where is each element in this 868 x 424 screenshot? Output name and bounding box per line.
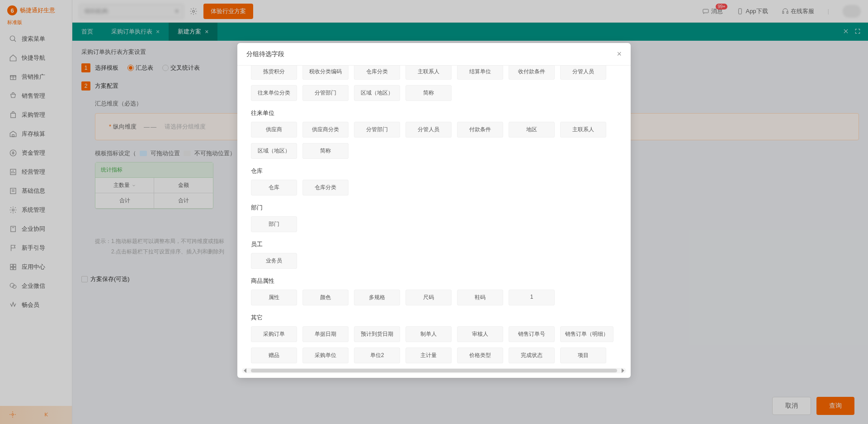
group-title: 员工 (251, 240, 617, 248)
field-chip[interactable]: 属性 (251, 290, 297, 305)
field-chip[interactable]: 地区 (509, 122, 555, 138)
field-chip[interactable]: 单位2 (354, 348, 400, 363)
field-chip[interactable]: 区域（地区） (251, 143, 297, 159)
field-chip[interactable]: 制单人 (406, 326, 452, 342)
field-chip[interactable]: 销售订单号 (509, 326, 555, 342)
field-chip[interactable]: 简称 (406, 85, 452, 101)
field-chip[interactable]: 价格类型 (457, 348, 503, 363)
group-title: 仓库 (251, 167, 617, 175)
field-chip[interactable]: 仓库分类 (354, 66, 400, 80)
field-chip[interactable]: 业务员 (251, 253, 297, 269)
field-chip[interactable]: 供应商分类 (302, 122, 349, 138)
field-chip[interactable]: 主计量 (406, 348, 452, 363)
field-group: 商品属性属性颜色多规格尺码鞋码1 (251, 277, 617, 305)
field-chip[interactable]: 预计到货日期 (354, 326, 400, 342)
field-chip[interactable]: 尺码 (406, 290, 452, 305)
field-chip[interactable]: 项目 (560, 348, 606, 363)
field-chip[interactable]: 部门 (251, 216, 297, 232)
field-chip[interactable]: 单据日期 (302, 326, 349, 342)
field-chip[interactable]: 审核人 (457, 326, 503, 342)
modal-horizontal-scrollbar[interactable] (242, 368, 626, 373)
field-chip[interactable]: 完成状态 (509, 348, 555, 363)
field-chip[interactable]: 仓库分类 (302, 180, 349, 195)
field-chip[interactable]: 付款条件 (457, 122, 503, 138)
field-group: 部门部门 (251, 204, 617, 232)
field-chip[interactable]: 供应商 (251, 122, 297, 138)
chip-row: 业务员 (251, 253, 617, 269)
field-chip[interactable]: 分管人员 (406, 122, 452, 138)
chip-row: 供应商供应商分类分管部门分管人员付款条件地区主联系人区域（地区）简称 (251, 122, 617, 159)
field-chip[interactable]: 拣货积分 (251, 66, 297, 80)
scrollbar-thumb[interactable] (251, 369, 617, 372)
field-chip[interactable]: 区域（地区） (354, 85, 400, 101)
modal-body[interactable]: 拣货积分税收分类编码仓库分类主联系人结算单位收付款条件分管人员 往来单位分类分管… (237, 66, 631, 365)
modal-title: 分组待选字段 (246, 50, 284, 58)
field-chip[interactable]: 赠品 (251, 348, 297, 363)
field-chip[interactable]: 鞋码 (457, 290, 503, 305)
field-chip[interactable]: 税收分类编码 (302, 66, 349, 80)
field-chip[interactable]: 分管部门 (354, 122, 400, 138)
field-chip[interactable]: 主联系人 (406, 66, 452, 80)
chip-row: 部门 (251, 216, 617, 232)
field-chip[interactable]: 采购单位 (302, 348, 349, 363)
field-group: 仓库仓库仓库分类 (251, 167, 617, 195)
group-title: 部门 (251, 204, 617, 212)
field-modal: 分组待选字段 × 拣货积分税收分类编码仓库分类主联系人结算单位收付款条件分管人员… (237, 43, 631, 378)
chip-row: 仓库仓库分类 (251, 180, 617, 195)
field-chip[interactable]: 结算单位 (457, 66, 503, 80)
field-chip[interactable]: 采购订单 (251, 326, 297, 342)
group-title: 往来单位 (251, 109, 617, 117)
field-chip[interactable]: 颜色 (302, 290, 349, 305)
field-group: 其它采购订单单据日期预计到货日期制单人审核人销售订单号销售订单（明细）赠品采购单… (251, 314, 617, 365)
field-chip[interactable]: 1 (509, 290, 555, 305)
group-title: 商品属性 (251, 277, 617, 285)
group-title: 其它 (251, 314, 617, 322)
field-chip[interactable]: 销售订单（明细） (560, 326, 613, 342)
modal-header: 分组待选字段 × (237, 43, 631, 66)
modal-overlay: 分组待选字段 × 拣货积分税收分类编码仓库分类主联系人结算单位收付款条件分管人员… (0, 0, 868, 424)
field-chip[interactable]: 多规格 (354, 290, 400, 305)
field-group: 往来单位供应商供应商分类分管部门分管人员付款条件地区主联系人区域（地区）简称 (251, 109, 617, 159)
field-chip[interactable]: 简称 (302, 143, 349, 159)
field-chip[interactable]: 往来单位分类 (251, 85, 297, 101)
field-chip[interactable]: 仓库 (251, 180, 297, 195)
modal-close-icon[interactable]: × (617, 49, 622, 59)
field-chip[interactable]: 收付款条件 (509, 66, 555, 80)
field-chip[interactable]: 分管部门 (302, 85, 349, 101)
chip-row: 采购订单单据日期预计到货日期制单人审核人销售订单号销售订单（明细）赠品采购单位单… (251, 326, 617, 365)
field-group: 员工业务员 (251, 240, 617, 269)
field-chip[interactable]: 分管人员 (560, 66, 606, 80)
chip-row: 属性颜色多规格尺码鞋码1 (251, 290, 617, 305)
field-chip[interactable]: 主联系人 (560, 122, 606, 138)
